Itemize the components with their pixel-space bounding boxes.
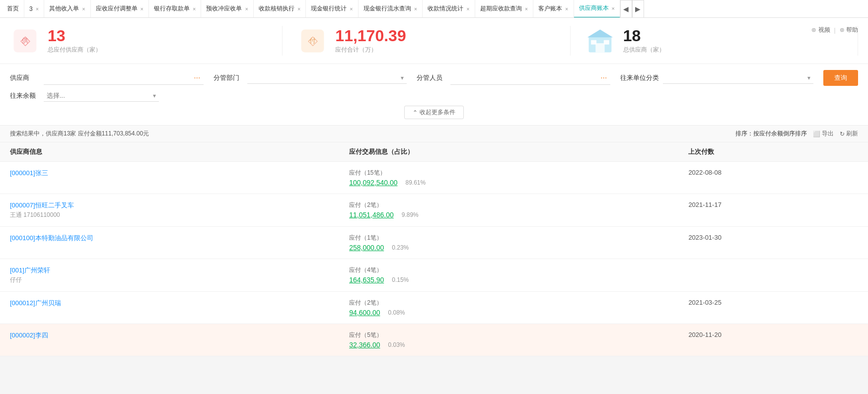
close-icon[interactable]: × [245,6,248,12]
nav-tab-cusbook[interactable]: 客户账本 × [533,0,574,18]
nav-tab-overdue[interactable]: 超期应收款查询 × [475,0,533,18]
dept-label: 分管部门 [214,73,243,82]
tx-info-3: 应付（1笔） 258,000.00 0.23% [349,234,688,252]
nav-tab-cashflow[interactable]: 现金银行流水查询 × [359,0,423,18]
tx-info-6: 应付（5笔） 32,366.00 0.03% [349,331,688,349]
amount-link-6[interactable]: 32,366.00 [349,341,380,349]
balance-input[interactable] [47,92,151,99]
help-link[interactable]: ⊙ 帮助 [840,26,858,34]
refresh-button[interactable]: ↻ 刷新 [840,130,858,138]
dept-dropdown-icon[interactable]: ▾ [401,74,404,81]
percentage-6: 0.03% [388,341,405,348]
balance-label: 往来余额 [10,91,40,100]
supplier-link-1[interactable]: [000001]张三 [10,169,349,178]
supplier-label: 供应商 [10,73,40,82]
percentage-3: 0.23% [392,244,409,251]
supplier-link-5[interactable]: [000012]广州贝瑞 [10,299,349,308]
category-input-wrap: ▾ [663,72,814,84]
filter-dept: 分管部门 ▾ [214,72,407,84]
supplier-info-3: [000100]本特勤油品有限公司 [10,234,349,243]
table-row: [000012]广州贝瑞 应付（2笔） 94,600.00 0.08% 2021… [0,292,868,324]
supplier-link-6[interactable]: [000002]李四 [10,331,349,340]
search-button[interactable]: 查询 [823,70,858,86]
nav-tab-income[interactable]: 其他收入单 × [44,0,90,18]
supplier-link-4[interactable]: [001]广州荣轩 [10,266,349,275]
collapse-button[interactable]: ⌃ 收起更多条件 [404,106,464,119]
video-link[interactable]: ⊙ 视频 [811,26,830,34]
supplier-input-wrap: ··· [44,71,204,85]
nav-tab-adjust[interactable]: 应收应付调整单 × [91,0,149,18]
supplier-dots-icon[interactable]: ··· [194,73,200,82]
nav-tab-3[interactable]: 3 × [24,0,44,18]
percentage-1: 89.61% [406,179,426,186]
nav-tab-verify[interactable]: 收款核销执行 × [254,0,306,18]
close-icon[interactable]: × [350,6,353,12]
nav-tab-receipt[interactable]: 收款情况统计 × [423,0,475,18]
export-button[interactable]: ⬜ 导出 [813,130,834,138]
sort-label[interactable]: 排序：按应付余额倒序排序 [735,130,807,138]
col-header-tx: 应付交易信息（占比） [349,147,688,156]
table-row: [000001]张三 应付（15笔） 100,092,540.00 89.61%… [0,162,868,194]
percentage-5: 0.08% [388,309,405,316]
amount-link-4[interactable]: 164,635.90 [349,276,384,284]
tx-info-5: 应付（2笔） 94,600.00 0.08% [349,299,688,317]
svg-rect-8 [595,43,604,52]
amount-link-3[interactable]: 258,000.00 [349,244,384,252]
last-payment-2: 2021-11-17 [688,201,858,208]
supplier-info-5: [000012]广州贝瑞 [10,299,349,308]
amount-link-2[interactable]: 11,051,486.00 [349,211,394,219]
supplier-input[interactable] [47,74,194,81]
tx-label-5: 应付（2笔） [349,299,688,307]
stat-payable-amount: ◇ 付 11,170.39 应付合计（万） [283,26,570,56]
dept-input[interactable] [250,74,399,81]
tx-label-3: 应付（1笔） [349,234,688,242]
tx-info-2: 应付（2笔） 11,051,486.00 9.89% [349,201,688,219]
supplier-table: 供应商信息 应付交易信息（占比） 上次付数 [000001]张三 应付（15笔）… [0,142,868,356]
close-icon[interactable]: × [36,6,39,12]
dept-input-wrap: ▾ [247,72,407,84]
result-actions: 排序：按应付余额倒序排序 ⬜ 导出 ↻ 刷新 [735,130,858,138]
amount-link-1[interactable]: 100,092,540.00 [349,179,397,187]
close-icon[interactable]: × [141,6,144,12]
amount-link-5[interactable]: 94,600.00 [349,309,380,317]
collapse-wrap: ⌃ 收起更多条件 [10,106,858,119]
supplier-sub-2: 王通 17106110000 [10,211,349,219]
top-nav: 首页 3 × 其他收入单 × 应收应付调整单 × 银行存取款单 × 预收冲应收单… [0,0,868,18]
table-row: [000002]李四 应付（5笔） 32,366.00 0.03% 2020-1… [0,324,868,356]
nav-tab-home[interactable]: 首页 [2,0,24,18]
supplier-info-6: [000002]李四 [10,331,349,340]
tx-label-6: 应付（5笔） [349,331,688,339]
stats-bar: ◇ 供 13 总应付供应商（家） ◇ 付 11,170.39 应付合计（万） [0,18,868,64]
filter-row-2: 往来余额 ▾ [10,90,858,102]
category-dropdown-icon[interactable]: ▾ [807,74,810,81]
nav-tab-cashstat[interactable]: 现金银行统计 × [306,0,358,18]
percentage-4: 0.15% [392,276,409,283]
close-icon[interactable]: × [193,6,196,12]
supplier-link-3[interactable]: [000100]本特勤油品有限公司 [10,234,349,243]
close-icon[interactable]: × [612,5,615,11]
tx-label-4: 应付（4笔） [349,266,688,274]
balance-dropdown-icon[interactable]: ▾ [153,92,156,99]
nav-tab-bank[interactable]: 银行存取款单 × [149,0,201,18]
export-icon: ⬜ [813,131,820,137]
category-input[interactable] [666,74,806,81]
close-icon[interactable]: × [82,6,85,12]
close-icon[interactable]: × [414,6,417,12]
nav-tab-supbook[interactable]: 供应商账本 × [574,0,620,18]
nav-prev-arrow[interactable]: ◀ [620,0,632,18]
close-icon[interactable]: × [525,6,528,12]
nav-tab-prepay[interactable]: 预收冲应收单 × [201,0,253,18]
close-icon[interactable]: × [565,6,568,12]
svg-marker-7 [587,29,613,37]
col-header-supplier: 供应商信息 [10,147,349,156]
close-icon[interactable]: × [466,6,469,12]
nav-next-arrow[interactable]: ▶ [632,0,644,18]
table-row: [000100]本特勤油品有限公司 应付（1笔） 258,000.00 0.23… [0,227,868,259]
person-dots-icon[interactable]: ··· [600,73,607,82]
supplier-icon: ◇ 供 [10,26,40,56]
person-input[interactable] [453,74,600,81]
svg-rect-10 [604,40,609,44]
supplier-link-2[interactable]: [000007]恒旺二手叉车 [10,201,349,210]
filter-balance: 往来余额 ▾ [10,90,159,102]
close-icon[interactable]: × [297,6,300,12]
